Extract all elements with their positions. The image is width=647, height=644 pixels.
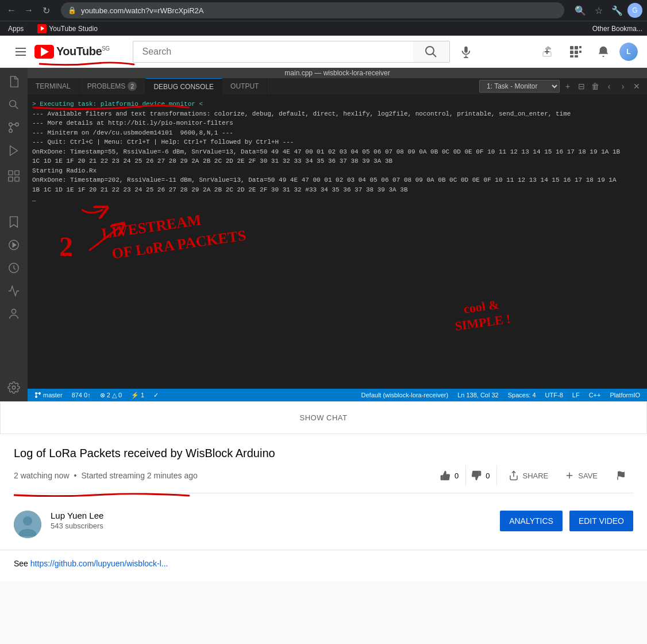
- share-button[interactable]: SHARE: [502, 466, 555, 485]
- status-errors[interactable]: ⊗ 2 △ 0: [98, 392, 124, 399]
- create-button[interactable]: [537, 40, 560, 63]
- channel-left: Lup Yuen Lee 543 subscribers: [14, 511, 103, 538]
- zoom-button[interactable]: 🔍: [572, 2, 588, 18]
- sidebar-bookmark-icon[interactable]: [5, 213, 23, 231]
- terminal-split-btn[interactable]: ⊟: [576, 80, 587, 92]
- channel-avatar[interactable]: [14, 511, 41, 538]
- tab-problems[interactable]: PROBLEMS 2: [79, 78, 146, 94]
- youtube-header: YouTubeSG: [0, 36, 647, 68]
- search-button[interactable]: [413, 41, 450, 63]
- refresh-button[interactable]: ↻: [39, 3, 53, 17]
- sidebar-activity-icon[interactable]: [5, 282, 23, 300]
- status-line-ending[interactable]: LF: [570, 392, 582, 398]
- svg-point-42: [23, 516, 32, 526]
- svg-rect-2: [464, 46, 468, 52]
- edit-video-button[interactable]: EDIT VIDEO: [569, 511, 633, 531]
- vscode-main-area: main.cpp — wisblock-lora-receiver TERMIN…: [28, 68, 647, 401]
- status-platform[interactable]: PlatformIO: [607, 392, 642, 398]
- browser-chrome: ← → ↻ 🔒 youtube.com/watch?v=rWBrcXpiR2A …: [0, 0, 647, 36]
- terminal-line-10: OnRxDone: Timestamp=202, RssiValue=-11 d…: [32, 175, 642, 185]
- terminal-trash-btn[interactable]: 🗑: [590, 80, 601, 92]
- status-encoding[interactable]: UTF-8: [543, 392, 565, 398]
- description-link[interactable]: https://github.com/lupyuen/wisblock-l...: [30, 559, 168, 568]
- status-warnings[interactable]: ⚡ 1: [129, 392, 147, 399]
- status-file-info[interactable]: Default (wisblock-lora-receiver): [359, 392, 451, 398]
- sidebar-history-icon[interactable]: [5, 259, 23, 277]
- svg-rect-9: [570, 51, 573, 54]
- flag-icon: [616, 470, 626, 481]
- terminal-next-btn[interactable]: ›: [617, 80, 629, 92]
- sidebar-settings-icon[interactable]: [5, 378, 23, 397]
- svg-text:OF LoRA PACKETS: OF LoRA PACKETS: [111, 227, 247, 262]
- extensions-button[interactable]: 🔧: [609, 2, 625, 18]
- video-description: See https://github.com/lupyuen/wisblock-…: [0, 550, 647, 581]
- tab-output[interactable]: OUTPUT: [222, 78, 267, 94]
- microphone-button[interactable]: [455, 40, 477, 63]
- status-branch[interactable]: master: [32, 392, 65, 398]
- analytics-button[interactable]: ANALYTICS: [500, 511, 563, 531]
- apps-button[interactable]: [564, 40, 587, 63]
- svg-marker-25: [13, 243, 16, 247]
- svg-point-28: [12, 386, 16, 389]
- bookmark-yt-studio[interactable]: YouTube Studio: [34, 23, 101, 34]
- tab-debug-console[interactable]: DEBUG CONSOLE: [145, 78, 222, 94]
- svg-point-0: [426, 47, 434, 55]
- yt-studio-label: YouTube Studio: [49, 25, 98, 33]
- problems-badge: 2: [128, 82, 137, 91]
- forward-button[interactable]: →: [22, 3, 36, 17]
- sidebar-git-icon[interactable]: [5, 118, 23, 137]
- svg-text:LIVESTREAM: LIVESTREAM: [101, 212, 202, 242]
- bookmark-apps[interactable]: Apps: [5, 24, 27, 34]
- yt-favicon: [37, 24, 47, 33]
- status-language[interactable]: C++: [587, 392, 603, 398]
- terminal-close-btn[interactable]: ✕: [631, 80, 642, 92]
- back-button[interactable]: ←: [5, 3, 18, 17]
- save-button[interactable]: SAVE: [557, 466, 604, 485]
- bookmark-star-button[interactable]: ☆: [591, 2, 607, 18]
- like-button[interactable]: 0: [433, 465, 465, 486]
- share-icon: [509, 470, 519, 481]
- status-check[interactable]: ✓: [151, 392, 161, 399]
- vscode-tabs: TERMINAL PROBLEMS 2 DEBUG CONSOLE OUTPUT…: [28, 78, 647, 95]
- channel-details: Lup Yuen Lee 543 subscribers: [51, 511, 103, 530]
- search-area: [133, 40, 477, 63]
- svg-line-1: [433, 53, 436, 57]
- svg-text:SIMPLE !: SIMPLE !: [454, 312, 511, 334]
- profile-avatar[interactable]: G: [627, 3, 642, 18]
- svg-point-18: [9, 123, 13, 126]
- flag-button[interactable]: [609, 466, 633, 485]
- like-count: 0: [455, 471, 459, 480]
- address-bar[interactable]: 🔒 youtube.com/watch?v=rWBrcXpiR2A: [61, 2, 564, 18]
- show-chat-button[interactable]: SHOW CHAT: [286, 409, 361, 427]
- tab-terminal[interactable]: TERMINAL: [28, 78, 79, 94]
- channel-name[interactable]: Lup Yuen Lee: [51, 511, 103, 520]
- menu-button[interactable]: [9, 40, 32, 63]
- sidebar-search-icon[interactable]: [5, 95, 23, 114]
- youtube-logo[interactable]: YouTubeSG: [34, 45, 110, 59]
- create-icon: [541, 45, 555, 59]
- status-spaces[interactable]: Spaces: 4: [506, 392, 538, 398]
- other-bookmarks[interactable]: Other Bookma...: [592, 25, 642, 33]
- user-avatar[interactable]: L: [619, 43, 638, 61]
- status-sync[interactable]: 874 0↑: [70, 392, 93, 398]
- browser-toolbar-right: 🔍 ☆ 🔧 G: [572, 2, 642, 18]
- sidebar-play-icon[interactable]: [5, 236, 23, 254]
- search-input[interactable]: [133, 41, 413, 63]
- logo-area: YouTubeSG: [9, 40, 110, 63]
- terminal-dropdown[interactable]: 1: Task - Monitor: [479, 80, 560, 93]
- svg-rect-13: [575, 55, 578, 57]
- terminal-content[interactable]: > Executing task: platformio device moni…: [28, 95, 647, 389]
- sidebar-explorer-icon[interactable]: [5, 72, 23, 91]
- svg-marker-19: [10, 146, 18, 156]
- channel-subscribers: 543 subscribers: [51, 522, 103, 530]
- description-text: See https://github.com/lupyuen/wisblock-…: [14, 557, 633, 570]
- terminal-prev-btn[interactable]: ‹: [603, 80, 615, 92]
- sidebar-person-icon[interactable]: [5, 305, 23, 323]
- terminal-add-btn[interactable]: +: [562, 80, 573, 92]
- notifications-button[interactable]: [592, 40, 615, 63]
- status-line-col[interactable]: Ln 138, Col 32: [455, 392, 501, 398]
- terminal-line-8: 1C 1D 1E 1F 20 21 22 23 24 25 26 27 28 2…: [32, 156, 642, 166]
- sidebar-debug-icon[interactable]: [5, 141, 23, 160]
- sidebar-extensions-icon[interactable]: [5, 167, 23, 185]
- dislike-button[interactable]: 0: [465, 465, 496, 486]
